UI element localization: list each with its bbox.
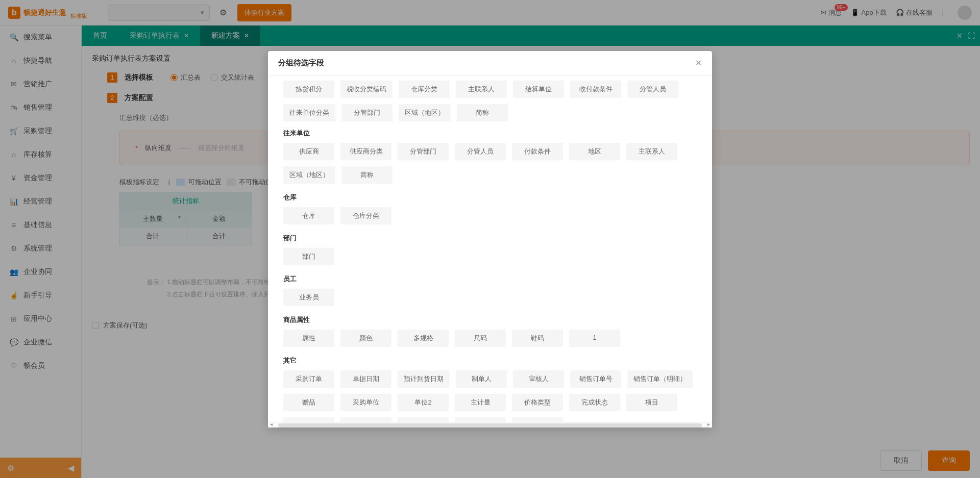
field-chip[interactable]: 拣货积分 — [283, 81, 334, 98]
field-group-title: 仓库 — [283, 193, 697, 202]
field-chip[interactable]: 主联系人 — [626, 143, 677, 160]
field-group-title: 往来单位 — [283, 129, 697, 138]
field-chip[interactable]: 仓库分类 — [399, 81, 450, 98]
field-chip[interactable]: 销售订单号 — [570, 370, 621, 388]
field-group-title: 部门 — [283, 234, 697, 243]
field-chips-row: 部门 — [283, 248, 697, 265]
field-chip[interactable]: 采购订单 — [283, 370, 334, 388]
field-chip[interactable]: 分管人员 — [455, 143, 506, 160]
field-chip[interactable]: 简称 — [457, 104, 508, 121]
field-chip[interactable]: 采购单位 — [340, 394, 391, 411]
field-group: 其它采购订单单据日期预计到货日期制单人审核人销售订单号销售订单（明细）赠品采购单… — [283, 356, 697, 422]
field-chip[interactable]: 制单人 — [456, 370, 507, 388]
field-chip[interactable]: 车架号 — [398, 417, 449, 422]
field-chip[interactable]: 销售订单（明细） — [627, 370, 693, 388]
modal-body: 拣货积分税收分类编码仓库分类主联系人结算单位收付款条件分管人员 往来单位分类分管… — [268, 76, 712, 422]
field-chip[interactable]: 付款条件 — [512, 143, 563, 160]
field-chip[interactable]: 尺码 — [455, 330, 506, 347]
field-group: 员工业务员 — [283, 274, 697, 306]
field-chips-row: 业务员 — [283, 289, 697, 306]
field-chip[interactable]: 主联系人 — [456, 81, 507, 98]
field-chip[interactable]: 1 — [569, 330, 620, 347]
field-chips-row: 供应商供应商分类分管部门分管人员付款条件地区主联系人区域（地区）简称 — [283, 143, 697, 184]
field-chip[interactable]: 颜色 — [340, 330, 391, 347]
field-group: 商品属性属性颜色多规格尺码鞋码1 — [283, 315, 697, 347]
field-chips-row: 采购订单单据日期预计到货日期制单人审核人销售订单号销售订单（明细）赠品采购单位单… — [283, 370, 697, 422]
field-chips-row: 属性颜色多规格尺码鞋码1 — [283, 330, 697, 347]
close-icon[interactable]: ✕ — [695, 58, 702, 68]
field-chip[interactable]: 部门 — [283, 248, 334, 265]
field-chip[interactable]: 结算单位 — [513, 81, 564, 98]
field-chip[interactable]: 审核人 — [513, 370, 564, 388]
field-row-top: 拣货积分税收分类编码仓库分类主联系人结算单位收付款条件分管人员 — [283, 81, 697, 98]
modal-title: 分组待选字段 — [278, 58, 324, 68]
scrollbar-thumb[interactable] — [278, 423, 702, 427]
field-chip[interactable]: 分管部门 — [341, 104, 393, 121]
field-chip[interactable]: 鞋码 — [512, 330, 563, 347]
modal-overlay[interactable]: 分组待选字段 ✕ 拣货积分税收分类编码仓库分类主联系人结算单位收付款条件分管人员… — [0, 0, 980, 478]
field-chip[interactable]: 是否开票 — [512, 417, 563, 422]
field-chip[interactable]: 仓库分类 — [340, 207, 391, 224]
field-chip[interactable]: 业务员 — [283, 289, 334, 306]
field-chip[interactable]: 供应商 — [283, 143, 334, 160]
field-chip[interactable]: 价格类型 — [512, 394, 563, 411]
field-chip[interactable]: 项目 — [626, 394, 677, 411]
field-chip[interactable]: 分管人员 — [627, 81, 678, 98]
field-chip[interactable]: 主计量 — [455, 394, 506, 411]
field-group: 仓库仓库仓库分类 — [283, 193, 697, 224]
field-selector-modal: 分组待选字段 ✕ 拣货积分税收分类编码仓库分类主联系人结算单位收付款条件分管人员… — [268, 51, 712, 427]
field-group: 往来单位供应商供应商分类分管部门分管人员付款条件地区主联系人区域（地区）简称 — [283, 129, 697, 184]
field-chip[interactable]: 属性 — [283, 330, 334, 347]
field-chip[interactable]: 赠品 — [283, 394, 334, 411]
field-chip[interactable]: 区域（地区） — [283, 166, 335, 184]
field-chip[interactable]: 供应商分类 — [340, 143, 391, 160]
field-chip[interactable]: 简称 — [341, 166, 393, 184]
field-chip[interactable]: 区域（地区） — [399, 104, 451, 121]
field-chip[interactable]: 往来单位分类 — [283, 104, 335, 121]
field-chip[interactable]: 收付款条件 — [570, 81, 621, 98]
field-chips-row: 仓库仓库分类 — [283, 207, 697, 224]
field-chip[interactable]: 完成状态 — [569, 394, 620, 411]
field-group: 部门部门 — [283, 234, 697, 265]
field-chip[interactable]: 地区 — [569, 143, 620, 160]
field-chip[interactable]: 预计到货日期 — [398, 370, 450, 388]
field-chip[interactable]: 多规格 — [398, 330, 449, 347]
field-chip[interactable]: 税收分类编码 — [340, 81, 393, 98]
field-group-title: 其它 — [283, 356, 697, 365]
modal-header: 分组待选字段 ✕ — [268, 51, 712, 76]
field-chip[interactable]: 零件名称 — [455, 417, 506, 422]
field-group-title: 商品属性 — [283, 315, 697, 324]
field-group-title: 员工 — [283, 274, 697, 284]
field-row-top2: 往来单位分类分管部门区域（地区）简称 — [283, 104, 697, 121]
field-chip[interactable]: 行中止 — [340, 417, 391, 422]
modal-horizontal-scrollbar[interactable] — [268, 422, 712, 427]
field-chip[interactable]: 项目分类 — [283, 417, 334, 422]
field-chip[interactable]: 分管部门 — [398, 143, 449, 160]
field-chip[interactable]: 单据日期 — [340, 370, 391, 388]
field-chip[interactable]: 仓库 — [283, 207, 334, 224]
field-chip[interactable]: 单位2 — [398, 394, 449, 411]
